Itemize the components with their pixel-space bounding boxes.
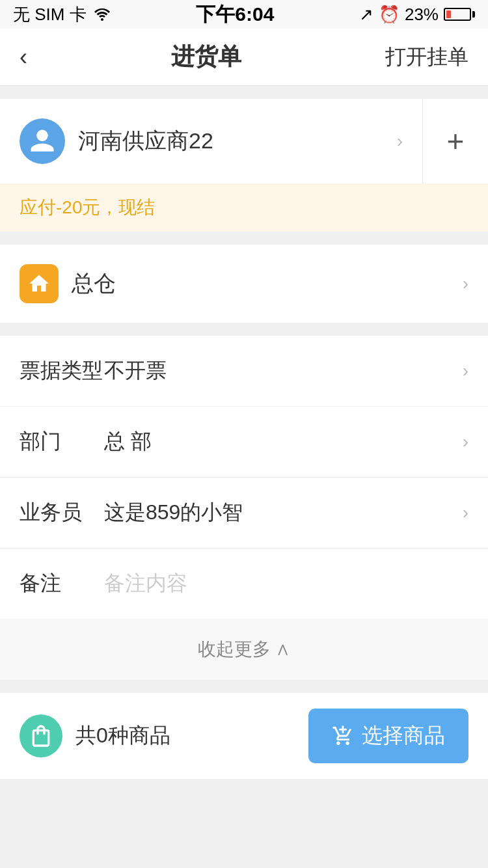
back-button[interactable]: ‹	[20, 44, 27, 71]
status-indicators: ↗ ⏰ 23%	[359, 5, 475, 25]
supplier-avatar	[20, 118, 65, 164]
invoice-type-value: 不开票	[104, 357, 456, 385]
collapse-bar[interactable]: 收起更多 ∧	[0, 619, 488, 680]
remark-row[interactable]: 备注 备注内容	[0, 549, 488, 619]
gray-area	[0, 779, 488, 868]
invoice-chevron-icon: ›	[463, 360, 468, 381]
supplier-selector[interactable]: 河南供应商22 ›	[0, 99, 423, 183]
warehouse-section[interactable]: 总仓 ›	[0, 245, 488, 323]
department-label: 部门	[20, 427, 104, 456]
department-row[interactable]: 部门 总 部 ›	[0, 407, 488, 478]
add-supplier-button[interactable]: +	[423, 104, 488, 178]
remark-input[interactable]: 备注内容	[104, 569, 468, 598]
warehouse-chevron-icon: ›	[463, 273, 468, 294]
invoice-type-label: 票据类型	[20, 357, 104, 385]
bottom-bar: 共0种商品 选择商品	[0, 693, 488, 779]
invoice-type-row[interactable]: 票据类型 不开票 ›	[0, 336, 488, 407]
warehouse-icon	[20, 264, 59, 303]
salesperson-row[interactable]: 业务员 这是859的小智 ›	[0, 478, 488, 549]
content-area: 河南供应商22 › + 应付-20元，现结 总仓 › 票据类型 不开票 › 部门…	[0, 99, 488, 868]
salesperson-label: 业务员	[20, 498, 104, 527]
notice-bar: 应付-20元，现结	[0, 183, 488, 232]
supplier-chevron-icon: ›	[397, 131, 403, 152]
product-count: 共0种商品	[75, 722, 295, 750]
carrier-text: 无 SIM 卡	[13, 3, 87, 26]
status-time: 下午6:04	[196, 1, 274, 28]
select-product-button[interactable]: 选择商品	[308, 709, 468, 763]
nav-bar: ‹ 进货单 打开挂单	[0, 29, 488, 86]
form-section: 票据类型 不开票 › 部门 总 部 › 业务员 这是859的小智 › 备注 备注…	[0, 336, 488, 619]
alarm-icon: ⏰	[379, 5, 400, 25]
select-btn-label: 选择商品	[362, 722, 445, 750]
notice-text: 应付-20元，现结	[20, 197, 155, 217]
status-bar: 无 SIM 卡 下午6:04 ↗ ⏰ 23%	[0, 0, 488, 29]
product-icon	[20, 714, 62, 757]
status-carrier: 无 SIM 卡	[13, 3, 111, 26]
dept-chevron-icon: ›	[463, 431, 468, 452]
cart-add-icon	[332, 725, 354, 747]
wifi-icon	[93, 8, 111, 21]
house-icon	[27, 272, 51, 295]
location-icon: ↗	[359, 5, 373, 25]
person-icon	[29, 128, 56, 155]
salesperson-chevron-icon: ›	[463, 502, 468, 523]
page-title: 进货单	[171, 41, 241, 73]
battery-icon	[444, 8, 475, 21]
open-pending-button[interactable]: 打开挂单	[385, 43, 468, 72]
warehouse-name: 总仓	[72, 269, 456, 299]
battery-pct: 23%	[405, 5, 439, 25]
supplier-name: 河南供应商22	[78, 126, 390, 156]
shopping-bag-icon	[28, 723, 54, 749]
department-value: 总 部	[104, 427, 456, 456]
remark-label: 备注	[20, 569, 104, 598]
supplier-section: 河南供应商22 › +	[0, 99, 488, 183]
salesperson-value: 这是859的小智	[104, 498, 456, 527]
